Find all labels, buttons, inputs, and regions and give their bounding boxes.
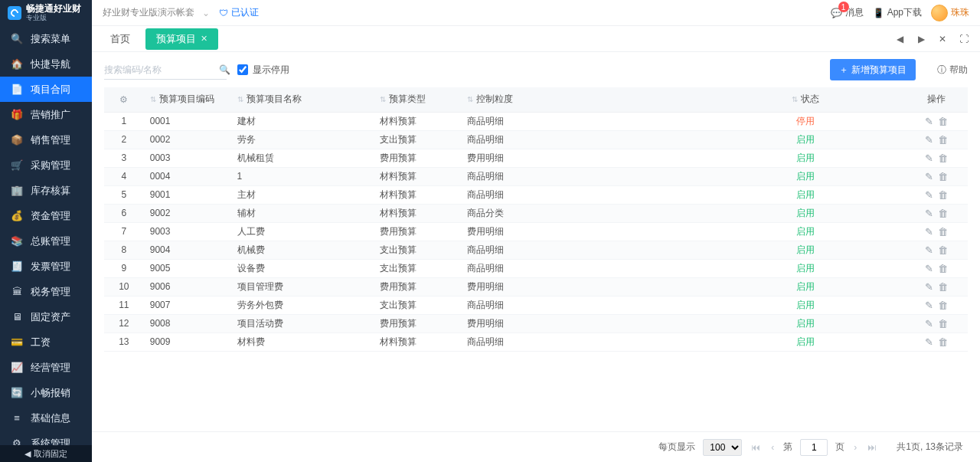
sidebar-item-1[interactable]: 🏠快捷导航: [0, 51, 92, 77]
delete-icon[interactable]: 🗑: [938, 189, 948, 201]
search-input[interactable]: [104, 64, 219, 75]
table-row[interactable]: 400041材料预算商品明细启用✎🗑: [104, 167, 968, 185]
sidebar-item-6[interactable]: 🏢库存核算: [0, 178, 92, 203]
delete-icon[interactable]: 🗑: [938, 208, 948, 219]
sidebar-item-5[interactable]: 🛒采购管理: [0, 152, 92, 178]
delete-icon[interactable]: 🗑: [938, 318, 948, 329]
prev-page-button[interactable]: ‹: [769, 442, 776, 453]
table-row[interactable]: 89004机械费支出预算商品明细启用✎🗑: [104, 241, 968, 259]
edit-icon[interactable]: ✎: [925, 152, 933, 164]
sidebar-item-16[interactable]: ⚙系统管理: [0, 431, 92, 445]
sidebar-item-13[interactable]: 📈经营管理: [0, 355, 92, 380]
edit-icon[interactable]: ✎: [925, 208, 933, 219]
close-icon[interactable]: ✕: [201, 34, 207, 44]
edit-icon[interactable]: ✎: [925, 116, 933, 127]
table-row[interactable]: 119007劳务外包费支出预算商品明细启用✎🗑: [104, 296, 968, 314]
sort-icon: ⇅: [380, 95, 386, 103]
fullscreen-button[interactable]: ⛶: [956, 31, 972, 48]
table-row[interactable]: 69002辅材材料预算商品分类启用✎🗑: [104, 204, 968, 222]
table-row[interactable]: 139009材料费材料预算商品明细启用✎🗑: [104, 333, 968, 351]
edit-icon[interactable]: ✎: [925, 263, 933, 274]
search-box[interactable]: 🔍: [104, 60, 227, 80]
table-row[interactable]: 10001建材材料预算商品明细停用✎🗑: [104, 112, 968, 130]
col-type[interactable]: ⇅预算类型: [374, 87, 461, 112]
delete-icon[interactable]: 🗑: [938, 116, 948, 127]
delete-icon[interactable]: 🗑: [938, 226, 948, 238]
edit-icon[interactable]: ✎: [925, 281, 933, 293]
show-disabled-checkbox[interactable]: 显示停用: [237, 64, 289, 77]
tab-home[interactable]: 首页: [100, 28, 141, 50]
sidebar-item-3[interactable]: 🎁营销推广: [0, 102, 92, 127]
edit-icon[interactable]: ✎: [925, 134, 933, 146]
page-input[interactable]: [800, 439, 828, 456]
tab-prev-button[interactable]: ◀: [891, 31, 908, 48]
delete-icon[interactable]: 🗑: [938, 336, 948, 348]
cell-gran: 商品明细: [461, 241, 707, 259]
col-name[interactable]: ⇅预算项目名称: [231, 87, 374, 112]
col-ops: 操作: [904, 87, 968, 112]
cell-gran: 商品明细: [461, 130, 707, 149]
search-icon[interactable]: 🔍: [219, 64, 230, 75]
cell-name: 劳务: [231, 130, 374, 149]
delete-icon[interactable]: 🗑: [938, 263, 948, 274]
show-disabled-input[interactable]: [237, 64, 248, 75]
sidebar-item-12[interactable]: 💳工资: [0, 329, 92, 355]
sidebar-item-7[interactable]: 💰资金管理: [0, 203, 92, 228]
delete-icon[interactable]: 🗑: [938, 300, 948, 311]
next-page-button[interactable]: ›: [852, 442, 858, 453]
sidebar-item-14[interactable]: 🔄小畅报销: [0, 380, 92, 405]
table-row[interactable]: 129008项目活动费费用预算费用明细启用✎🗑: [104, 314, 968, 333]
edit-icon[interactable]: ✎: [925, 318, 933, 329]
sidebar-item-label: 发票管理: [31, 260, 70, 274]
edit-icon[interactable]: ✎: [925, 244, 933, 256]
col-settings[interactable]: ⚙: [104, 87, 144, 112]
account-selector[interactable]: 好业财专业版演示帐套 ⌄: [103, 6, 210, 19]
topbar: 好业财专业版演示帐套 ⌄ 🛡 已认证 💬 消息 1 📱 App下载 珠珠: [92, 0, 980, 26]
edit-icon[interactable]: ✎: [925, 336, 933, 348]
table-row[interactable]: 59001主材材料预算商品明细启用✎🗑: [104, 185, 968, 204]
last-page-button[interactable]: ⏭: [866, 442, 878, 453]
tab-budget-item[interactable]: 预算项目 ✕: [145, 28, 218, 50]
messages-button[interactable]: 💬 消息 1: [831, 6, 864, 19]
table-row[interactable]: 109006项目管理费费用预算费用明细启用✎🗑: [104, 277, 968, 296]
delete-icon[interactable]: 🗑: [938, 281, 948, 293]
edit-icon[interactable]: ✎: [925, 226, 933, 238]
download-button[interactable]: 📱 App下载: [873, 6, 922, 19]
table-row[interactable]: 79003人工费费用预算费用明细启用✎🗑: [104, 222, 968, 241]
edit-icon[interactable]: ✎: [925, 189, 933, 201]
sidebar-item-9[interactable]: 🧾发票管理: [0, 254, 92, 279]
cell-name: 项目活动费: [231, 314, 374, 333]
menu-icon: 🎁: [11, 109, 23, 121]
col-code[interactable]: ⇅预算项目编码: [144, 87, 231, 112]
col-status[interactable]: ⇅状态: [706, 87, 904, 112]
sidebar-item-0[interactable]: 🔍搜索菜单: [0, 26, 92, 51]
delete-icon[interactable]: 🗑: [938, 152, 948, 164]
tab-next-button[interactable]: ▶: [913, 31, 929, 48]
help-button[interactable]: ⓘ 帮助: [937, 64, 968, 77]
sidebar-item-15[interactable]: ≡基础信息: [0, 405, 92, 431]
avatar-icon: [931, 5, 948, 21]
first-page-button[interactable]: ⏮: [750, 442, 762, 453]
cell-ops: ✎🗑: [904, 259, 968, 277]
edit-icon[interactable]: ✎: [925, 300, 933, 311]
tab-close-all-button[interactable]: ✕: [934, 31, 951, 48]
sidebar-item-11[interactable]: 🖥固定资产: [0, 304, 92, 329]
sidebar-item-4[interactable]: 📦销售管理: [0, 127, 92, 152]
sidebar-item-2[interactable]: 📄项目合同: [0, 77, 92, 102]
sidebar-item-8[interactable]: 📚总账管理: [0, 228, 92, 254]
unpin-button[interactable]: ◀ 取消固定: [0, 445, 92, 462]
delete-icon[interactable]: 🗑: [938, 171, 948, 182]
add-budget-item-button[interactable]: ＋ 新增预算项目: [830, 59, 916, 80]
table-row[interactable]: 99005设备费支出预算商品明细启用✎🗑: [104, 259, 968, 277]
user-menu[interactable]: 珠珠: [931, 5, 969, 21]
cell-status: 启用: [706, 222, 904, 241]
sidebar-item-10[interactable]: 🏛税务管理: [0, 279, 92, 304]
edit-icon[interactable]: ✎: [925, 171, 933, 182]
cell-gran: 商品分类: [461, 204, 707, 222]
per-page-select[interactable]: 100: [703, 439, 742, 456]
table-row[interactable]: 20002劳务支出预算商品明细启用✎🗑: [104, 130, 968, 149]
col-gran[interactable]: ⇅控制粒度: [461, 87, 707, 112]
delete-icon[interactable]: 🗑: [938, 244, 948, 256]
delete-icon[interactable]: 🗑: [938, 134, 948, 146]
table-row[interactable]: 30003机械租赁费用预算费用明细启用✎🗑: [104, 149, 968, 167]
